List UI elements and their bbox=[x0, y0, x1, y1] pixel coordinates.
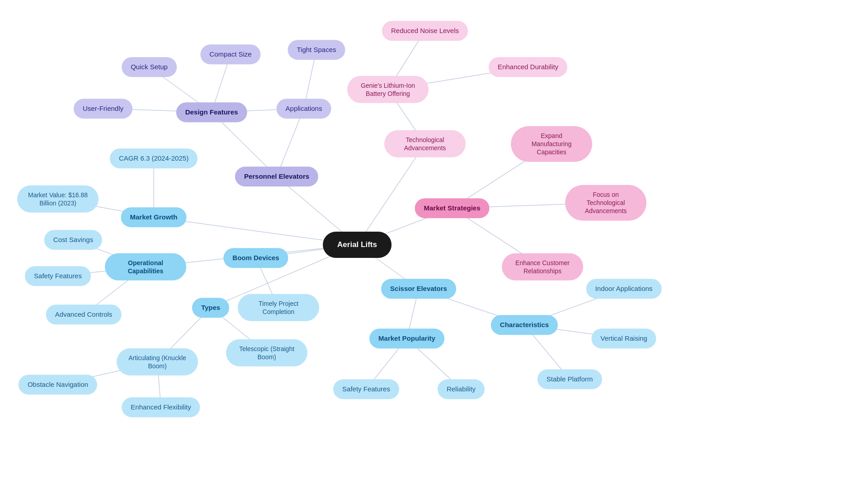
compact-size: Compact Size bbox=[200, 44, 260, 64]
applications: Applications bbox=[277, 99, 331, 119]
advanced-controls: Advanced Controls bbox=[46, 304, 122, 324]
reliability: Reliability bbox=[438, 379, 485, 399]
safety-features-left: Safety Features bbox=[25, 266, 91, 286]
personnel-elevators: Personnel Elevators bbox=[235, 167, 318, 186]
enhanced-durability: Enhanced Durability bbox=[489, 57, 567, 77]
obstacle-navigation: Obstacle Navigation bbox=[19, 375, 97, 395]
user-friendly: User-Friendly bbox=[74, 99, 132, 119]
market-growth: Market Growth bbox=[121, 207, 186, 227]
focus-technological: Focus on Technological Advancements bbox=[565, 185, 646, 221]
cost-savings: Cost Savings bbox=[44, 230, 102, 250]
operational-capabilities: Operational Capabilities bbox=[105, 253, 186, 281]
types: Types bbox=[192, 298, 229, 318]
tight-spaces: Tight Spaces bbox=[288, 40, 345, 60]
svg-line-22 bbox=[357, 144, 425, 245]
center-node: Aerial Lifts bbox=[323, 232, 392, 258]
safety-features-right: Safety Features bbox=[333, 379, 399, 399]
market-value: Market Value: $16.88 Billion (2023) bbox=[17, 186, 99, 213]
enhanced-flexibility: Enhanced Flexibility bbox=[122, 397, 200, 417]
enhance-customer: Enhance Customer Relationships bbox=[502, 253, 583, 281]
market-popularity: Market Popularity bbox=[369, 328, 444, 348]
boom-devices: Boom Devices bbox=[223, 248, 288, 268]
timely-project: Timely Project Completion bbox=[238, 294, 319, 321]
expand-manufacturing: Expand Manufacturing Capacities bbox=[511, 126, 592, 162]
indoor-applications: Indoor Applications bbox=[586, 279, 662, 299]
mindmap: Aerial LiftsPersonnel ElevatorsDesign Fe… bbox=[0, 0, 868, 490]
cagr: CAGR 6.3 (2024-2025) bbox=[110, 148, 198, 168]
scissor-elevators: Scissor Elevators bbox=[381, 279, 456, 299]
genies-battery: Genie's Lithium-Ion Battery Offering bbox=[347, 76, 429, 103]
quick-setup: Quick Setup bbox=[122, 57, 177, 77]
telescopic: Telescopic (Straight Boom) bbox=[226, 339, 307, 366]
reduced-noise: Reduced Noise Levels bbox=[382, 21, 468, 41]
articulating: Articulating (Knuckle Boom) bbox=[117, 348, 198, 376]
characteristics: Characteristics bbox=[491, 315, 558, 335]
design-features: Design Features bbox=[176, 102, 247, 122]
market-strategies: Market Strategies bbox=[415, 198, 489, 218]
vertical-raising: Vertical Raising bbox=[591, 328, 656, 348]
technological-advancements: Technological Advancements bbox=[384, 130, 466, 157]
stable-platform: Stable Platform bbox=[538, 369, 602, 389]
